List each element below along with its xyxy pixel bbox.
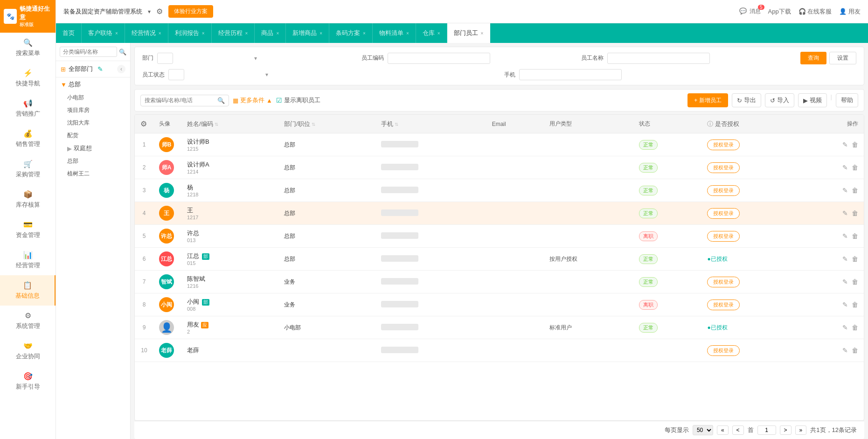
auth-btn[interactable]: 授权登录 [707, 162, 740, 173]
delete-btn[interactable]: 🗑 [852, 278, 858, 286]
close-icon[interactable]: × [245, 31, 248, 36]
tab-goods[interactable]: 商品× [255, 23, 286, 43]
show-inactive-toggle[interactable]: ☑ 显示离职员工 [276, 96, 320, 105]
dept-select[interactable] [157, 53, 173, 64]
sidebar-item-sales[interactable]: 💰 销售管理 [0, 124, 56, 154]
collapse-btn[interactable]: ‹ [117, 65, 125, 73]
sidebar-item-search[interactable]: 🔍 搜索菜单 [0, 33, 56, 63]
user-avatar[interactable]: 👤 用友 [839, 7, 861, 16]
help-btn[interactable]: 帮助 [836, 93, 858, 107]
sidebar-item-purchase[interactable]: 🛒 采购管理 [0, 154, 56, 184]
auth-btn[interactable]: 授权登录 [707, 277, 740, 287]
reset-btn[interactable]: 设置 [829, 52, 856, 64]
app-download-btn[interactable]: App下载 [768, 7, 791, 16]
delete-btn[interactable]: 🗑 [852, 301, 858, 308]
auth-btn[interactable]: 授权登录 [707, 139, 740, 150]
per-page-select[interactable]: 50 [693, 425, 713, 435]
sidebar-item-operations[interactable]: 📊 经营管理 [0, 245, 56, 275]
tab-employees[interactable]: 部门员工× [447, 23, 491, 43]
tree-header[interactable]: ⊞ 全部部门 ✎ ‹ [56, 61, 130, 77]
tree-item-project[interactable]: 项目库房 [56, 104, 130, 117]
close-icon[interactable]: × [406, 31, 409, 36]
tree-search-input[interactable] [60, 47, 117, 57]
auth-btn[interactable]: 授权登录 [707, 345, 740, 356]
close-icon[interactable]: × [437, 31, 440, 36]
first-page-btn[interactable]: « [717, 425, 729, 435]
search-icon[interactable]: 🔍 [217, 97, 225, 104]
more-filter-btn[interactable]: ▦ 更多条件 ▲ [233, 96, 272, 105]
edit-icon[interactable]: ✎ [97, 65, 103, 73]
sidebar-item-inventory[interactable]: 📦 库存核算 [0, 184, 56, 215]
th-phone[interactable]: 手机 ⇅ [375, 115, 486, 133]
add-employee-btn[interactable]: + 新增员工 [687, 93, 728, 107]
sidebar-item-collab[interactable]: 🤝 企业协同 [0, 336, 56, 366]
emp-code-input[interactable] [388, 53, 490, 64]
auth-btn[interactable]: 授权登录 [707, 300, 740, 310]
sidebar-item-marketing[interactable]: 📢 营销推广 [0, 93, 56, 124]
last-page-btn[interactable]: » [795, 425, 807, 435]
tree-item-shenyang[interactable]: 沈阳大库 [56, 117, 130, 129]
close-icon[interactable]: × [202, 31, 205, 36]
tab-profit[interactable]: 利润报告× [168, 23, 212, 43]
close-icon[interactable]: × [159, 31, 161, 36]
tab-operations[interactable]: 经营情况× [125, 23, 168, 43]
sidebar-item-system[interactable]: ⚙ 系统管理 [0, 306, 56, 336]
next-page-btn[interactable]: > [780, 425, 792, 435]
tree-item-zongbu2[interactable]: 总部 [56, 155, 130, 167]
tab-add-goods[interactable]: 新增商品× [286, 23, 329, 43]
edit-btn[interactable]: ✎ [842, 209, 848, 217]
auth-btn[interactable]: 授权登录 [707, 231, 740, 242]
edit-btn[interactable]: ✎ [842, 187, 848, 194]
query-btn[interactable]: 查询 [800, 52, 826, 64]
edit-btn[interactable]: ✎ [842, 255, 848, 263]
tree-item-xiaodian[interactable]: 小电部 [56, 91, 130, 104]
prev-page-btn[interactable]: < [732, 425, 744, 435]
export-btn[interactable]: ↻ 导出 [732, 93, 761, 107]
edit-btn[interactable]: ✎ [842, 278, 848, 286]
sidebar-item-basic[interactable]: 📋 基础信息 [0, 275, 56, 306]
delete-btn[interactable]: 🗑 [852, 187, 858, 194]
delete-btn[interactable]: 🗑 [852, 209, 858, 217]
tab-barcode[interactable]: 条码方案× [329, 23, 373, 43]
delete-btn[interactable]: 🗑 [852, 324, 858, 331]
close-icon[interactable]: × [363, 31, 366, 36]
search-input[interactable] [145, 97, 215, 104]
tree-search-icon[interactable]: 🔍 [119, 49, 126, 56]
close-icon[interactable]: × [319, 31, 322, 36]
edit-btn[interactable]: ✎ [842, 347, 848, 354]
close-icon[interactable]: × [115, 31, 118, 36]
tree-item-zhishu[interactable]: 植树王二 [56, 167, 130, 180]
experience-btn[interactable]: 体验行业方案 [168, 5, 213, 18]
view-btn[interactable]: ▶ 视频 [798, 93, 827, 107]
import-btn[interactable]: ↺ 导入 [765, 93, 794, 107]
tab-home[interactable]: 首页 [56, 23, 82, 43]
tree-item-shuangting[interactable]: ▶ 双庭想 [56, 142, 130, 155]
online-service-btn[interactable]: 🎧 在线客服 [799, 7, 832, 16]
sidebar-item-finance[interactable]: 💳 资金管理 [0, 215, 56, 245]
phone-input[interactable] [519, 69, 622, 80]
delete-btn[interactable]: 🗑 [852, 255, 858, 263]
settings-icon[interactable]: ⚙ [156, 7, 163, 16]
delete-btn[interactable]: 🗑 [852, 164, 858, 171]
message-btn[interactable]: 💬 5 消息 [739, 7, 761, 15]
tab-customer[interactable]: 客户联络× [82, 23, 125, 43]
sidebar-item-guide[interactable]: 🎯 新手引导 [0, 366, 56, 397]
th-dept[interactable]: 部门/职位 ⇅ [278, 115, 375, 133]
th-name[interactable]: 姓名/编码 ⇅ [181, 115, 278, 133]
emp-name-input[interactable] [607, 53, 710, 64]
tab-warehouse[interactable]: 仓库× [416, 23, 447, 43]
delete-btn[interactable]: 🗑 [852, 232, 858, 240]
status-select[interactable] [168, 69, 184, 80]
edit-btn[interactable]: ✎ [842, 141, 848, 148]
edit-btn[interactable]: ✎ [842, 324, 848, 331]
edit-btn[interactable]: ✎ [842, 232, 848, 240]
close-icon[interactable]: × [481, 31, 484, 36]
edit-btn[interactable]: ✎ [842, 164, 848, 171]
page-input[interactable] [757, 425, 776, 435]
delete-btn[interactable]: 🗑 [852, 347, 858, 354]
delete-btn[interactable]: 🗑 [852, 141, 858, 148]
sidebar-item-nav[interactable]: ⚡ 快捷导航 [0, 63, 56, 93]
edit-btn[interactable]: ✎ [842, 301, 848, 308]
tab-history[interactable]: 经营历程× [212, 23, 255, 43]
tab-bom[interactable]: 物料清单× [373, 23, 416, 43]
